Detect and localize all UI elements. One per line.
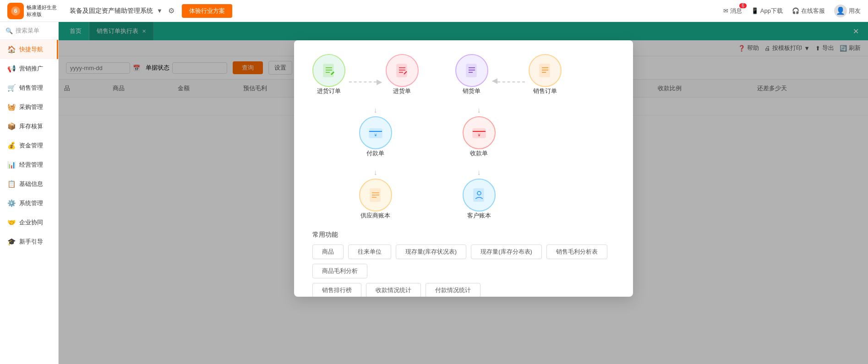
phone-icon: 📱 (751, 7, 759, 14)
common-functions-section: 常用功能 商品 往来单位 现存量(库存状况表) 现存量(库存分布表) 销售毛利分… (312, 231, 615, 297)
sidebar-nav: 🏠 快捷导航 📢 营销推广 🛒 销售管理 🧺 采购管理 📦 库存核 (0, 40, 58, 364)
arrow-purchase-order-to-purchase-bill: ▶ (349, 77, 382, 86)
sale-bill-icon (455, 54, 488, 87)
sidebar-label-operation: 经营管理 (19, 161, 43, 169)
content-area: 首页 销售订单执行表 ✕ ✕ ❓ 帮助 🖨 按模板打印 ▼ (59, 22, 868, 364)
main-area: 🔍 搜索菜单 🏠 快捷导航 📢 营销推广 🛒 销售管理 🧺 (0, 22, 868, 364)
search-icon: 🔍 (5, 27, 13, 34)
sale-order-icon (529, 54, 562, 87)
sale-bill-label: 销货单 (463, 87, 480, 95)
svg-text:6: 6 (14, 7, 17, 14)
headset-icon: 🎧 (792, 7, 799, 14)
modal-overlay[interactable]: 进货订单 ▶ (59, 22, 868, 364)
system-title: 装备及固定资产辅助管理系统 ▼ ⚙ 体验行业方案 (70, 4, 232, 18)
customer-ledger-label: 客户账本 (467, 212, 491, 220)
top-right: ✉ 消息 6 📱 App下载 🎧 在线客服 👤 用友 (723, 5, 861, 17)
sale-bill-node[interactable]: 销货单 (455, 54, 488, 95)
sidebar-label-basic-info: 基础信息 (19, 180, 43, 188)
try-industry-button[interactable]: 体验行业方案 (182, 4, 232, 18)
common-btn-product[interactable]: 商品 (312, 244, 344, 259)
common-btn-payment-stats[interactable]: 付款情况统计 (426, 283, 480, 297)
logo-icon: 6 (7, 3, 24, 19)
common-btn-stock-status[interactable]: 现存量(库存状况表) (396, 244, 467, 259)
purchase-bill-node[interactable]: 进货单 (386, 54, 419, 95)
system-dropdown-btn[interactable]: ▼ (157, 7, 163, 14)
customer-ledger-icon (463, 179, 496, 212)
message-btn[interactable]: ✉ 消息 6 (723, 7, 742, 15)
scroll-left-icon[interactable]: ◀ (298, 296, 302, 297)
app-download-btn[interactable]: 📱 App下载 (751, 7, 783, 15)
common-btn-counterpart[interactable]: 往来单位 (348, 244, 391, 259)
sidebar-item-basic-info[interactable]: 📋 基础信息 (0, 174, 58, 194)
finance-icon: 💰 (7, 141, 16, 150)
sidebar-item-purchase[interactable]: 🧺 采购管理 (0, 98, 58, 117)
sidebar-item-marketing[interactable]: 📢 营销推广 (0, 59, 58, 78)
sidebar-item-system[interactable]: ⚙️ 系统管理 (0, 194, 58, 213)
sidebar-label-quick-nav: 快捷导航 (19, 45, 43, 54)
inventory-icon: 📦 (7, 122, 16, 130)
sidebar-item-newbie[interactable]: 🎓 新手引导 (0, 232, 58, 251)
purchase-bill-icon (386, 54, 419, 87)
sidebar-item-cooperation[interactable]: 🤝 企业协同 (0, 213, 58, 232)
sidebar-label-cooperation: 企业协同 (19, 218, 43, 227)
operation-icon: 📊 (7, 161, 16, 169)
customer-ledger-node[interactable]: ↓ 客户账本 (463, 167, 496, 220)
settings-icon[interactable]: ⚙ (168, 6, 175, 15)
svg-rect-10 (466, 64, 476, 77)
user-avatar: 👤 (834, 5, 847, 17)
payment-node[interactable]: ↓ ¥ 付款单 (359, 104, 392, 158)
sidebar-item-operation[interactable]: 📊 经营管理 (0, 155, 58, 174)
common-btn-sales-ranking[interactable]: 销售排行榜 (312, 283, 361, 297)
app-wrapper: 6 畅康通好生意 标准版 装备及固定资产辅助管理系统 ▼ ⚙ 体验行业方案 ✉ … (0, 0, 868, 364)
supplier-ledger-label: 供应商账本 (360, 212, 390, 220)
sidebar-item-quick-nav[interactable]: 🏠 快捷导航 (0, 40, 58, 59)
sidebar: 🔍 搜索菜单 🏠 快捷导航 📢 营销推广 🛒 销售管理 🧺 (0, 22, 59, 364)
purchase-order-node[interactable]: 进货订单 (312, 54, 345, 95)
common-btn-product-gross-analysis[interactable]: 商品毛利分析 (312, 264, 367, 278)
online-service-btn[interactable]: 🎧 在线客服 (792, 7, 825, 15)
svg-rect-14 (540, 64, 550, 77)
purchase-icon: 🧺 (7, 103, 16, 111)
sidebar-item-finance[interactable]: 💰 资金管理 (0, 136, 58, 155)
receipt-node[interactable]: ↓ ¥ 收款单 (463, 104, 496, 158)
scroll-right-icon[interactable]: ▶ (625, 296, 629, 297)
arrow-down-payment: ↓ (374, 106, 377, 114)
supplier-ledger-node[interactable]: ↓ 供应商账本 (359, 167, 392, 220)
purchase-order-label: 进货订单 (317, 87, 341, 95)
purchase-order-icon (312, 54, 345, 87)
sidebar-label-purchase: 采购管理 (19, 103, 43, 111)
sidebar-label-inventory: 库存核算 (19, 122, 43, 130)
common-buttons-row-2: 销售排行榜 收款情况统计 付款情况统计 (312, 283, 615, 297)
sidebar-label-finance: 资金管理 (19, 141, 43, 150)
newbie-icon: 🎓 (7, 238, 16, 246)
modal-body: 进货订单 ▶ (294, 40, 633, 297)
search-menu-inner[interactable]: 🔍 搜索菜单 (5, 27, 53, 35)
svg-text:¥: ¥ (374, 133, 377, 137)
system-icon: ⚙️ (7, 199, 16, 207)
sidebar-item-sales[interactable]: 🛒 销售管理 (0, 78, 58, 98)
user-avatar-btn[interactable]: 👤 用友 (834, 5, 861, 17)
sales-icon: 🛒 (7, 84, 16, 92)
message-icon: ✉ (723, 7, 728, 14)
common-btn-stock-distribution[interactable]: 现存量(库存分布表) (471, 244, 542, 259)
flow-section: 进货订单 ▶ (312, 54, 615, 220)
sale-order-node[interactable]: 销售订单 (529, 54, 562, 95)
svg-rect-6 (397, 64, 407, 77)
common-btn-sales-gross-analysis[interactable]: 销售毛利分析表 (546, 244, 607, 259)
arrow-down-receipt: ↓ (477, 106, 481, 114)
arrow-down-customer: ↓ (477, 168, 481, 177)
common-btn-receipt-stats[interactable]: 收款情况统计 (366, 283, 421, 297)
sidebar-label-system: 系统管理 (19, 199, 43, 207)
top-bar-left: 6 畅康通好生意 标准版 装备及固定资产辅助管理系统 ▼ ⚙ 体验行业方案 (7, 3, 232, 19)
sidebar-item-inventory[interactable]: 📦 库存核算 (0, 117, 58, 136)
purchase-bill-label: 进货单 (393, 87, 411, 95)
home-icon: 🏠 (7, 45, 16, 54)
top-bar: 6 畅康通好生意 标准版 装备及固定资产辅助管理系统 ▼ ⚙ 体验行业方案 ✉ … (0, 0, 868, 22)
search-menu-label: 搜索菜单 (16, 27, 39, 35)
user-name: 用友 (849, 7, 861, 15)
sidebar-search[interactable]: 🔍 搜索菜单 (0, 22, 58, 40)
payment-label: 付款单 (366, 149, 384, 158)
payment-icon: ¥ (359, 116, 392, 149)
svg-text:¥: ¥ (477, 133, 480, 137)
arrow-down-supplier: ↓ (374, 168, 377, 177)
